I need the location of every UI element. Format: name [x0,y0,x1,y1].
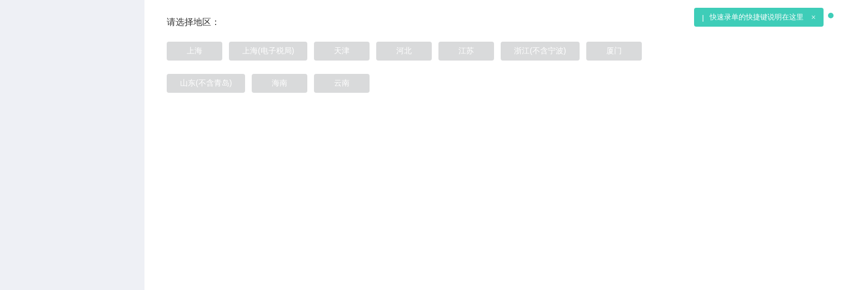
tooltip-dot [828,13,834,18]
region-btn-xiamen[interactable]: 厦门 [586,42,642,61]
region-row-1: 上海 上海(电子税局) 天津 河北 江苏 浙江(不含宁波) 厦门 [167,42,642,61]
region-btn-jiangsu[interactable]: 江苏 [438,42,494,61]
region-btn-hebei[interactable]: 河北 [376,42,432,61]
region-btn-shanghai[interactable]: 上海 [167,42,222,61]
tooltip-close-button[interactable]: × [811,13,816,22]
tooltip-banner: 快速录单的快捷键说明在这里 × [694,8,824,27]
region-buttons: 上海 上海(电子税局) 天津 河北 江苏 浙江(不含宁波) 厦门 山东(不含青岛… [167,42,846,99]
region-btn-shanghai-etax[interactable]: 上海(电子税局) [229,42,307,61]
left-sidebar [0,0,144,290]
region-btn-tianjin[interactable]: 天津 [314,42,370,61]
region-btn-shandong[interactable]: 山东(不含青岛) [167,74,245,93]
region-btn-zhejiang[interactable]: 浙江(不含宁波) [501,42,579,61]
region-row-2: 山东(不含青岛) 海南 云南 [167,74,370,93]
tooltip-text: 快速录单的快捷键说明在这里 [710,12,804,22]
main-content: 请选择地区： 上海 上海(电子税局) 天津 河北 江苏 浙江(不含宁波) 厦门 … [144,0,868,290]
region-btn-hainan[interactable]: 海南 [252,74,307,93]
region-btn-yunnan[interactable]: 云南 [314,74,370,93]
